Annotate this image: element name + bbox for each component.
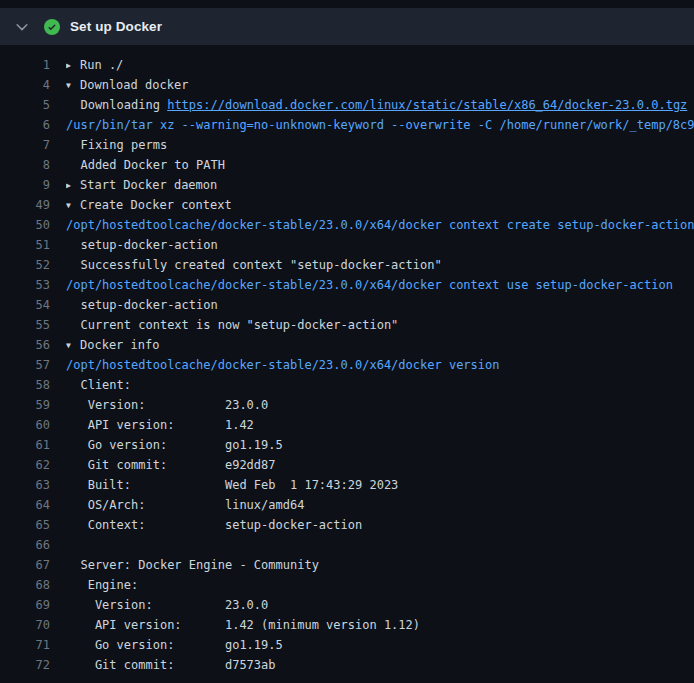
log-line: 54 setup-docker-action (0, 295, 694, 315)
log-text: Version: 23.0.0 (66, 398, 268, 412)
line-content: ▶Start Docker daemon (66, 175, 694, 195)
log-text: setup-docker-action (66, 298, 218, 312)
expand-group-icon[interactable]: ▶ (66, 176, 80, 195)
log-line: 71 Go version: go1.19.5 (0, 635, 694, 655)
log-line: 6/usr/bin/tar xz --warning=no-unknown-ke… (0, 115, 694, 135)
line-number[interactable]: 50 (0, 215, 50, 235)
line-number[interactable]: 58 (0, 375, 50, 395)
log-text: OS/Arch: linux/amd64 (66, 498, 304, 512)
collapse-group-icon[interactable]: ▼ (66, 336, 80, 355)
log-text: Built: Wed Feb 1 17:43:29 2023 (66, 478, 398, 492)
line-content: API version: 1.42 (minimum version 1.12) (66, 615, 694, 635)
step-header[interactable]: Set up Docker (0, 8, 694, 45)
log-line: 5 Downloading https://download.docker.co… (0, 95, 694, 115)
log-text: Go version: go1.19.5 (66, 438, 283, 452)
line-content: Engine: (66, 575, 694, 595)
line-number[interactable]: 1 (0, 55, 50, 75)
line-number[interactable]: 57 (0, 355, 50, 375)
line-number[interactable]: 64 (0, 495, 50, 515)
line-content: Go version: go1.19.5 (66, 435, 694, 455)
line-content: ▶Run ./ (66, 55, 694, 75)
log-line: 62 Git commit: e92dd87 (0, 455, 694, 475)
log-text: API version: 1.42 (66, 418, 254, 432)
log-line: 55 Current context is now "setup-docker-… (0, 315, 694, 335)
log-area[interactable]: 1▶Run ./4▼Download docker5 Downloading h… (0, 45, 694, 675)
line-number[interactable]: 5 (0, 95, 50, 115)
line-number[interactable]: 6 (0, 115, 50, 135)
line-number[interactable]: 52 (0, 255, 50, 275)
line-content: OS/Arch: linux/amd64 (66, 495, 694, 515)
line-content: Downloading https://download.docker.com/… (66, 95, 694, 115)
log-line: 53/opt/hostedtoolcache/docker-stable/23.… (0, 275, 694, 295)
log-text: Engine: (66, 578, 138, 592)
line-number[interactable]: 72 (0, 655, 50, 675)
log-line: 66 (0, 535, 694, 555)
log-text: Start Docker daemon (80, 178, 217, 192)
line-number[interactable]: 8 (0, 155, 50, 175)
line-number[interactable]: 51 (0, 235, 50, 255)
log-text: Client: (66, 378, 131, 392)
line-number[interactable]: 69 (0, 595, 50, 615)
line-content: API version: 1.42 (66, 415, 694, 435)
log-line: 52 Successfully created context "setup-d… (0, 255, 694, 275)
log-line: 49▼Create Docker context (0, 195, 694, 215)
log-link[interactable]: https://download.docker.com/linux/static… (167, 98, 687, 112)
line-number[interactable]: 60 (0, 415, 50, 435)
log-text: Fixing perms (66, 138, 167, 152)
log-text: Successfully created context "setup-dock… (66, 258, 442, 272)
log-text: setup-docker-action (66, 238, 218, 252)
log-text: Added Docker to PATH (66, 158, 225, 172)
line-number[interactable]: 59 (0, 395, 50, 415)
line-number[interactable]: 66 (0, 535, 50, 555)
line-number[interactable]: 9 (0, 175, 50, 195)
log-line: 70 API version: 1.42 (minimum version 1.… (0, 615, 694, 635)
log-line: 57/opt/hostedtoolcache/docker-stable/23.… (0, 355, 694, 375)
log-text: Downloading (66, 98, 167, 112)
line-number[interactable]: 61 (0, 435, 50, 455)
line-content: ▼Create Docker context (66, 195, 694, 215)
line-number[interactable]: 55 (0, 315, 50, 335)
line-number[interactable]: 7 (0, 135, 50, 155)
check-circle-icon (44, 19, 60, 35)
line-number[interactable]: 71 (0, 635, 50, 655)
line-number[interactable]: 53 (0, 275, 50, 295)
log-text: Run ./ (80, 58, 123, 72)
line-content: Version: 23.0.0 (66, 595, 694, 615)
line-content (66, 535, 694, 555)
line-content: /opt/hostedtoolcache/docker-stable/23.0.… (66, 215, 694, 235)
line-content: setup-docker-action (66, 295, 694, 315)
line-number[interactable]: 4 (0, 75, 50, 95)
line-content: ▼Download docker (66, 75, 694, 95)
log-line: 50/opt/hostedtoolcache/docker-stable/23.… (0, 215, 694, 235)
collapse-group-icon[interactable]: ▼ (66, 196, 80, 215)
line-content: Server: Docker Engine - Community (66, 555, 694, 575)
log-text: Current context is now "setup-docker-act… (66, 318, 398, 332)
step-title: Set up Docker (70, 19, 162, 34)
collapse-group-icon[interactable]: ▼ (66, 76, 80, 95)
line-number[interactable]: 65 (0, 515, 50, 535)
line-number[interactable]: 70 (0, 615, 50, 635)
log-line: 1▶Run ./ (0, 55, 694, 75)
log-text: Server: Docker Engine - Community (66, 558, 319, 572)
line-content: Current context is now "setup-docker-act… (66, 315, 694, 335)
chevron-down-icon[interactable] (14, 19, 30, 35)
line-number[interactable]: 63 (0, 475, 50, 495)
line-number[interactable]: 67 (0, 555, 50, 575)
log-line: 4▼Download docker (0, 75, 694, 95)
line-number[interactable]: 62 (0, 455, 50, 475)
line-content: setup-docker-action (66, 235, 694, 255)
line-number[interactable]: 56 (0, 335, 50, 355)
line-number[interactable]: 68 (0, 575, 50, 595)
line-content: Successfully created context "setup-dock… (66, 255, 694, 275)
line-number[interactable]: 54 (0, 295, 50, 315)
line-content: Version: 23.0.0 (66, 395, 694, 415)
log-command-text: /opt/hostedtoolcache/docker-stable/23.0.… (66, 278, 673, 292)
log-line: 63 Built: Wed Feb 1 17:43:29 2023 (0, 475, 694, 495)
log-line: 67 Server: Docker Engine - Community (0, 555, 694, 575)
log-line: 64 OS/Arch: linux/amd64 (0, 495, 694, 515)
log-command-text: /opt/hostedtoolcache/docker-stable/23.0.… (66, 358, 499, 372)
log-text: Go version: go1.19.5 (66, 638, 283, 652)
line-number[interactable]: 49 (0, 195, 50, 215)
log-command-text: /opt/hostedtoolcache/docker-stable/23.0.… (66, 218, 694, 232)
expand-group-icon[interactable]: ▶ (66, 56, 80, 75)
